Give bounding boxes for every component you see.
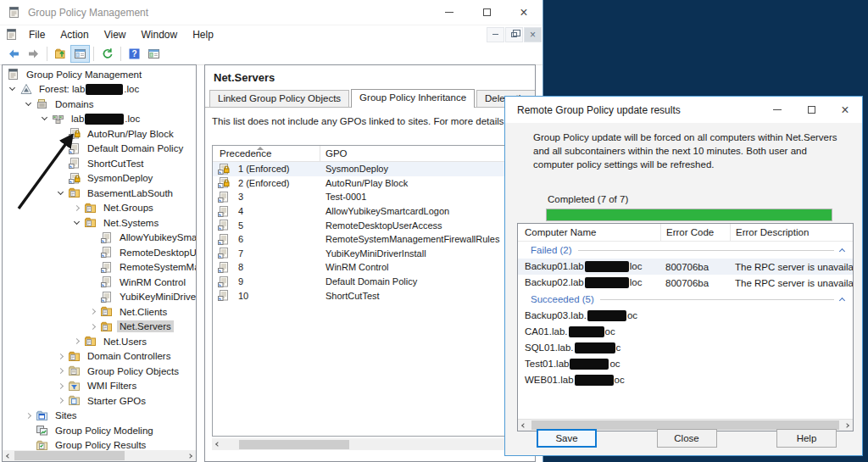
gpo-row[interactable]: 8WinRM Control xyxy=(213,260,536,275)
gpo-row[interactable]: 9Default Domain Policy xyxy=(213,275,536,289)
chevron-expanded-icon[interactable] xyxy=(38,118,51,120)
tree-item-group-policy-modeling[interactable]: Group Policy Modeling xyxy=(3,423,196,438)
mdi-minimize-button[interactable] xyxy=(487,27,504,42)
result-row[interactable]: WEB01.laboc xyxy=(518,372,853,388)
menu-window[interactable]: Window xyxy=(134,26,186,43)
mdi-restore-button[interactable] xyxy=(505,27,523,42)
tree-item-group-policy-management[interactable]: Group Policy Management xyxy=(3,67,196,82)
column-computer-name[interactable]: Computer Name xyxy=(518,227,660,237)
gpo-row[interactable]: 10ShortCutTest xyxy=(213,288,536,303)
tree-item-net-users[interactable]: Net.Users xyxy=(3,334,196,349)
menu-file[interactable]: File xyxy=(21,26,53,43)
results-horizontal-scrollbar[interactable] xyxy=(212,438,535,450)
tree-item-allowyubikeysmart[interactable]: AllowYubikeySmart xyxy=(3,231,196,246)
tree-horizontal-scrollbar[interactable] xyxy=(3,450,196,461)
chevron-collapsed-icon[interactable] xyxy=(54,398,67,403)
scroll-thumb[interactable] xyxy=(239,440,349,449)
chevron-collapsed-icon[interactable] xyxy=(70,206,83,210)
tree-item-remotedesktopuse[interactable]: RemoteDesktopUse xyxy=(3,245,196,260)
scroll-left-icon[interactable] xyxy=(212,439,224,450)
result-group-succeeded-5-[interactable]: Succeeded (5) xyxy=(518,291,853,308)
tree-item-net-systems[interactable]: Net.Systems xyxy=(3,215,196,231)
chevron-expanded-icon[interactable] xyxy=(70,222,83,224)
scroll-right-icon[interactable] xyxy=(841,420,853,431)
chevron-collapsed-icon[interactable] xyxy=(54,354,67,359)
tree-item-forest-lab[interactable]: Forest: lab.loc xyxy=(3,82,196,97)
column-error-description[interactable]: Error Description xyxy=(730,224,853,241)
collapse-group-icon[interactable] xyxy=(839,297,845,303)
refresh-icon[interactable] xyxy=(97,45,117,63)
menu-action[interactable]: Action xyxy=(53,26,96,43)
gpo-row[interactable]: 3Test-0001 xyxy=(213,190,536,204)
tree-item-autorun-play-block[interactable]: AutoRun/Play Block xyxy=(3,126,196,142)
result-row[interactable]: SQL01.lab.c xyxy=(518,340,853,356)
dialog-close-button[interactable]: × xyxy=(828,97,862,123)
tree-item-lab[interactable]: lab.loc xyxy=(3,112,196,127)
result-row[interactable]: Backup01.labloc800706baThe RPC server is… xyxy=(518,259,853,275)
scroll-left-icon[interactable] xyxy=(518,420,530,431)
tree-item-yubikeyminidriveri[interactable]: YubiKeyMiniDriverI xyxy=(3,290,196,305)
gpo-row[interactable]: 5RemoteDesktopUserAccess xyxy=(213,218,536,232)
collapse-group-icon[interactable] xyxy=(839,248,845,253)
chevron-collapsed-icon[interactable] xyxy=(86,325,99,329)
tree-item-net-servers[interactable]: Net.Servers xyxy=(3,320,196,335)
chevron-expanded-icon[interactable] xyxy=(54,192,67,194)
dialog-maximize-button[interactable] xyxy=(794,97,828,123)
column-error-code[interactable]: Error Code xyxy=(660,224,730,241)
chevron-collapsed-icon[interactable] xyxy=(22,414,35,418)
save-button[interactable]: Save xyxy=(537,429,597,448)
chevron-collapsed-icon[interactable] xyxy=(54,369,67,373)
gpo-row[interactable]: 6RemoteSystemManagementFirewallRules xyxy=(213,232,536,247)
tree-item-group-policy-objects[interactable]: Group Policy Objects xyxy=(3,364,196,379)
menu-help[interactable]: Help xyxy=(185,26,221,43)
chevron-collapsed-icon[interactable] xyxy=(70,339,83,343)
scroll-right-icon[interactable] xyxy=(184,450,196,461)
chevron-expanded-icon[interactable] xyxy=(6,88,19,90)
result-group-failed-2-[interactable]: Failed (2) xyxy=(518,242,853,259)
tree-item-net-groups[interactable]: Net.Groups xyxy=(3,201,196,216)
close-button[interactable]: × xyxy=(505,0,542,25)
mdi-close-button[interactable]: × xyxy=(524,27,542,42)
tree-item-net-clients[interactable]: Net.Clients xyxy=(3,304,196,320)
tree-item-starter-gpos[interactable]: Starter GPOs xyxy=(3,393,196,409)
chevron-collapsed-icon[interactable] xyxy=(54,384,67,388)
tree-item-remotesystemmar[interactable]: RemoteSystemMar xyxy=(3,260,196,276)
tree-item-sysmondeploy[interactable]: SysmonDeploy xyxy=(3,171,196,186)
tree-item-wmi-filters[interactable]: WMI Filters xyxy=(3,379,196,394)
tab-group-policy-inheritance[interactable]: Group Policy Inheritance xyxy=(351,89,475,108)
dialog-minimize-button[interactable] xyxy=(760,97,794,123)
tree-item-shortcuttest[interactable]: ShortCutTest xyxy=(3,156,196,171)
export-list-icon[interactable] xyxy=(51,45,70,63)
tree-item-winrm-control[interactable]: WinRM Control xyxy=(3,275,196,290)
gpo-row[interactable]: 2 (Enforced)AutoRun/Play Block xyxy=(213,176,536,191)
console-tree-icon[interactable] xyxy=(70,45,90,63)
new-window-icon[interactable] xyxy=(144,45,164,63)
tree-item-basementlabsouth[interactable]: BasementLabSouth xyxy=(3,186,196,201)
chevron-collapsed-icon[interactable] xyxy=(86,309,99,314)
back-icon[interactable] xyxy=(4,45,24,63)
result-row[interactable]: Backup03.lab.oc xyxy=(518,308,853,324)
menu-view[interactable]: View xyxy=(97,26,134,43)
help-icon[interactable]: ? xyxy=(125,45,144,63)
tree-item-domain-controllers[interactable]: Domain Controllers xyxy=(3,349,196,365)
chevron-expanded-icon[interactable] xyxy=(22,103,35,105)
column-gpo[interactable]: GPO xyxy=(320,148,536,159)
tree-item-domains[interactable]: Domains xyxy=(3,97,196,112)
tree-item-sites[interactable]: Sites xyxy=(3,409,196,424)
result-row[interactable]: CA01.lab.oc xyxy=(518,324,853,340)
tab-linked-group-policy-objects[interactable]: Linked Group Policy Objects xyxy=(209,90,349,107)
column-precedence[interactable]: Precedence xyxy=(213,146,320,161)
close-button[interactable]: Close xyxy=(657,429,717,448)
gpo-row[interactable]: 7YubiKeyMiniDriverInstall xyxy=(213,247,536,261)
tree-item-default-domain-policy[interactable]: Default Domain Policy xyxy=(3,142,196,157)
result-row[interactable]: Backup02.labloc800706baThe RPC server is… xyxy=(518,275,853,291)
scroll-left-icon[interactable] xyxy=(3,450,14,461)
scroll-thumb[interactable] xyxy=(14,451,125,460)
maximize-button[interactable] xyxy=(468,0,505,25)
forward-icon[interactable] xyxy=(24,45,43,63)
gpo-row[interactable]: 4AllowYubikeySmartcardLogon xyxy=(213,204,536,219)
gpo-row[interactable]: 1 (Enforced)SysmonDeploy xyxy=(213,162,536,176)
result-row[interactable]: Test01.laboc xyxy=(518,356,853,372)
help-button[interactable]: Help xyxy=(776,429,837,448)
minimize-button[interactable] xyxy=(431,0,468,25)
